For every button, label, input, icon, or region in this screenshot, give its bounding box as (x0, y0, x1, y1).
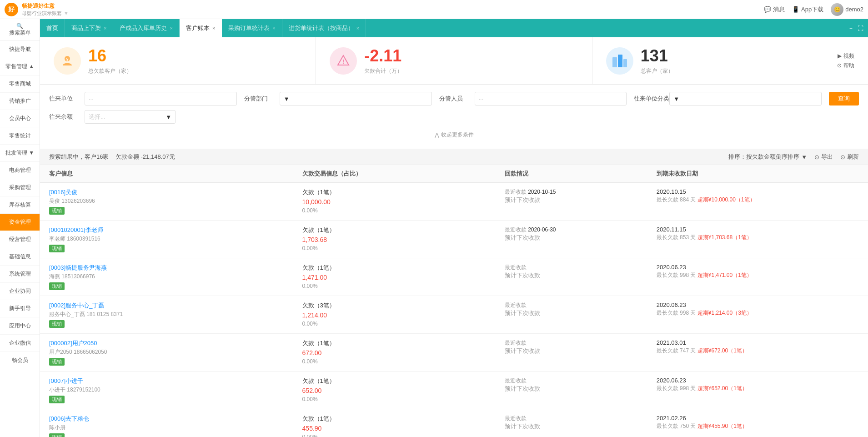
sidebar-item-basic-info[interactable]: 基础信息 (0, 248, 40, 266)
quick-nav-label: 快捷导航 (9, 46, 31, 52)
overdue-link-2[interactable]: 超期¥1,703.68（1笔） (697, 234, 752, 241)
export-button[interactable]: ⊙ 导出 (814, 153, 833, 161)
sidebar-item-finance[interactable]: 资金管理 (0, 214, 40, 231)
tab-home[interactable]: 首页 (40, 19, 65, 37)
close-icon[interactable]: × (170, 25, 172, 31)
avatar: 😊 (831, 3, 843, 16)
sidebar-item-retail-mgmt[interactable]: 零售管理 ▲ (0, 58, 40, 75)
overdue-date-6: 2020.06.23 (657, 377, 859, 384)
person-input[interactable]: ··· (475, 92, 627, 105)
sidebar-item-retail-stats[interactable]: 零售统计 (0, 127, 40, 145)
overdue-link-6[interactable]: 超期¥652.00（1笔） (697, 385, 748, 392)
summary-row: ¥ 16 总欠款客户（家） ! (40, 37, 868, 85)
sidebar-item-retail-mall[interactable]: 零售商城 (0, 75, 40, 93)
sidebar-item-marketing[interactable]: 营销推广 (0, 93, 40, 110)
maximize-icon[interactable]: ⛶ (858, 25, 863, 32)
overdue-link-5[interactable]: 超期¥672.00（1笔） (697, 347, 748, 354)
search-menu[interactable]: 🔍 搜索菜单 (0, 19, 40, 41)
video-link[interactable]: ▶ 视频 (838, 52, 854, 60)
overdue-date-4: 2020.06.23 (657, 301, 859, 308)
operations-label: 经营管理 (9, 236, 31, 242)
query-button[interactable]: 查询 (829, 92, 859, 105)
retail-stats-label: 零售统计 (9, 132, 31, 139)
dept-select[interactable]: ▼ (280, 92, 432, 105)
sidebar-item-quick-nav[interactable]: 快捷导航 (0, 41, 40, 58)
next-payment-3: 预计下次收款 (505, 271, 657, 280)
customer-info-6: [0007]小进干 小进干 18279152100 现销 (49, 377, 302, 403)
overdue-link-3[interactable]: 超期¥1,471.00（1笔） (697, 272, 752, 278)
source-unit-input[interactable]: ··· (85, 92, 237, 105)
sidebar-item-wechat[interactable]: 企业微信 (0, 335, 40, 352)
customer-name-link-1[interactable]: [0016]吴俊 (49, 188, 302, 196)
results-text: 搜索结果中，客户16家 (49, 153, 109, 160)
overdue-date-1: 2020.10.15 (657, 188, 859, 195)
customer-name-link-3[interactable]: [0003]畅捷服务尹海燕 (49, 264, 302, 272)
next-payment-7: 预计下次收款 (505, 422, 657, 431)
overdue-link-1[interactable]: 超期¥10,000.00（1笔） (697, 196, 755, 203)
sidebar-item-purchase[interactable]: 采购管理 (0, 179, 40, 196)
tab-product-shelf[interactable]: 商品上下架 × (65, 19, 113, 37)
tab-purchase-stats[interactable]: 采购订单统计表 × (222, 19, 282, 37)
overdue-days-3: 最长欠款 998 天 超期¥1,471.00（1笔） (657, 271, 859, 279)
filter-balance: 往来余额 选择... ▼ (49, 110, 859, 124)
help-link[interactable]: ⊙ 帮助 (837, 62, 854, 70)
sidebar-item-member[interactable]: 会员中心 (0, 110, 40, 127)
marketing-label: 营销推广 (9, 98, 31, 104)
overdue-link-4[interactable]: 超期¥1,214.00（3笔） (697, 310, 752, 316)
basic-info-label: 基础信息 (9, 253, 31, 260)
tab-product-shelf-label: 商品上下架 (71, 24, 101, 32)
return-info-4: 最近收款 预计下次收款 (505, 301, 657, 317)
close-icon[interactable]: × (212, 25, 215, 31)
return-info-5: 最近收款 预计下次收款 (505, 339, 657, 355)
sidebar-item-system[interactable]: 系统管理 (0, 266, 40, 283)
tab-bar: 首页 商品上下架 × 产成品入库单历史 × 客户账本 × 采购订单统计表 × (40, 19, 868, 37)
customer-tag-1: 现销 (49, 207, 65, 215)
return-info-3: 最近收款 预计下次收款 (505, 264, 657, 280)
balance-select[interactable]: 选择... ▼ (85, 110, 176, 124)
minimize-icon[interactable]: － (848, 24, 854, 32)
close-icon[interactable]: × (356, 25, 359, 31)
debt-info-5: 欠款（1笔） 672.00 0.00% (302, 339, 505, 365)
customer-name-link-2[interactable]: [0001020001]李老师 (49, 226, 302, 234)
tab-customer-account[interactable]: 客户账本 × (180, 19, 222, 37)
customer-info-7: [0006]去下粮仓 陈小册 现销 (49, 415, 302, 437)
customer-name-link-4[interactable]: [0002]服务中心_丁磊 (49, 301, 302, 310)
debt-count-7: 欠款（1笔） (302, 415, 505, 423)
customer-name-link-7[interactable]: [0006]去下粮仓 (49, 415, 302, 423)
sidebar-item-apps[interactable]: 应用中心 (0, 317, 40, 335)
overdue-days-2: 最长欠款 853 天 超期¥1,703.68（1笔） (657, 234, 859, 241)
customer-name-link-6[interactable]: [0007]小进干 (49, 377, 302, 385)
sidebar-item-ecommerce[interactable]: 电商管理 (0, 162, 40, 179)
category-select[interactable]: ▼ (669, 92, 822, 105)
last-payment-3: 最近收款 (505, 264, 657, 271)
sidebar-item-wholesale[interactable]: 批发管理 ▼ (0, 145, 40, 162)
app-download-btn[interactable]: 📱 App下载 (792, 5, 823, 14)
summary-info-2: -2.11 欠款合计（万） (364, 46, 402, 75)
refresh-button[interactable]: ⊙ 刷新 (840, 153, 859, 161)
results-bar: 搜索结果中，客户16家 欠款金额 -21,148.07元 排序：按欠款金额倒序排… (40, 149, 868, 165)
dept-select-arrow: ▼ (284, 95, 290, 102)
tab-inbound-stats[interactable]: 进货单统计表（按商品） × (282, 19, 366, 37)
close-icon[interactable]: × (104, 25, 106, 31)
table-header: 客户信息 欠款交易信息（占比） 回款情况 到期未收款日期 (40, 165, 868, 183)
collapse-label: 收起更多条件 (441, 131, 474, 139)
sidebar-item-operations[interactable]: 经营管理 (0, 231, 40, 248)
top-right: 💬 消息 📱 App下载 😊 demo2 (764, 3, 863, 16)
sidebar-item-inventory[interactable]: 库存核算 (0, 196, 40, 214)
collapse-btn[interactable]: ⋀ 收起更多条件 (49, 128, 859, 141)
sidebar-item-collab[interactable]: 企业协同 (0, 283, 40, 300)
sort-button[interactable]: 排序：按欠款金额倒序排序 ▼ (728, 153, 807, 161)
source-unit-label: 往来单位 (49, 95, 81, 103)
overdue-days-7: 最长欠款 750 天 超期¥455.90（1笔） (657, 422, 859, 430)
overdue-link-7[interactable]: 超期¥455.90（1笔） (697, 423, 748, 429)
customer-name-link-5[interactable]: [000002]用户2050 (49, 339, 302, 347)
debt-count-6: 欠款（1笔） (302, 377, 505, 385)
user-menu[interactable]: 😊 demo2 (831, 3, 863, 16)
total-debt-label: 欠款合计（万） (364, 67, 402, 75)
close-icon[interactable]: × (272, 25, 275, 31)
debt-percent-4: 0.00% (302, 321, 505, 327)
sidebar-item-guide[interactable]: 新手引导 (0, 300, 40, 317)
sidebar-item-vip[interactable]: 畅会员 (0, 352, 40, 369)
message-btn[interactable]: 💬 消息 (764, 5, 785, 14)
tab-product-history[interactable]: 产成品入库单历史 × (113, 19, 179, 37)
